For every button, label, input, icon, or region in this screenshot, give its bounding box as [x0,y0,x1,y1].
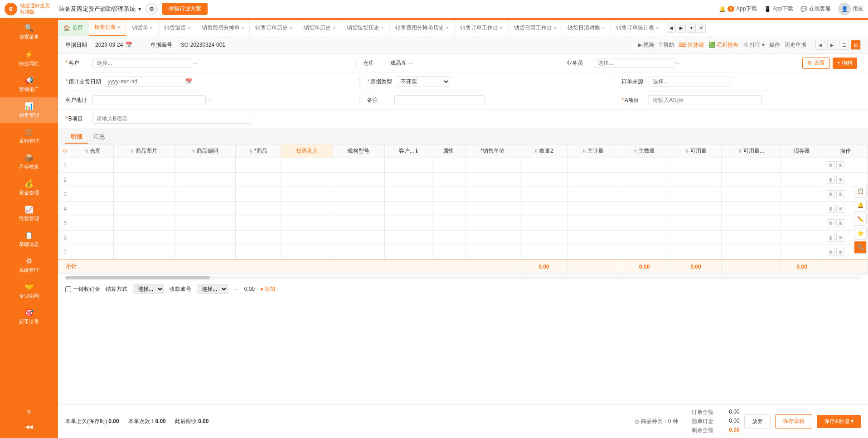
row-1-warehouse[interactable] [72,158,114,173]
row-3-main-qty[interactable] [619,187,670,202]
row-6-available[interactable] [670,231,721,245]
row-6-spec[interactable] [333,231,384,245]
tab-reconcile[interactable]: 钱货日清对账 × [562,20,611,36]
sidebar-item-system[interactable]: ⚙ 系统管理 [0,252,58,278]
sidebar-item-marketing[interactable]: 📢 营销推广 [0,72,58,97]
row-4-copy[interactable]: ⊞ [836,205,844,213]
right-btn-5[interactable]: 🔧 [854,241,867,254]
print-action[interactable]: 🖨 打印 ▾ [743,41,765,49]
sidebar-item-purchase[interactable]: 🛒 采购管理 [0,123,58,149]
sidebar-collapse[interactable]: ◀◀ [4,419,54,434]
table-view-btn[interactable]: ☰ [839,40,849,50]
row-4-attr[interactable] [432,202,465,216]
th-image[interactable]: ⇅ 商品图片 [114,144,175,158]
row-2-main-unit[interactable] [567,173,619,187]
save-draft-button[interactable]: 保存草稿 [775,414,812,428]
sidebar-item-sales[interactable]: 📊 销售管理 [0,97,58,123]
oper-action[interactable]: 操作 [769,41,780,49]
save-new-arrow[interactable]: ▾ [851,418,853,424]
row-1-action[interactable]: 🗑 ⊞ [823,158,868,173]
row-3-available[interactable] [670,187,721,202]
staff-dots[interactable]: ··· [675,59,681,67]
shortcut-action[interactable]: ⌨ 快捷键 [679,41,704,49]
row-6-available2[interactable] [722,231,781,245]
right-btn-3[interactable]: ✏️ [854,213,867,226]
row-1-copy[interactable]: ⊞ [836,161,844,169]
row-1-available2[interactable] [722,158,781,173]
row-2-customer-code[interactable] [385,173,432,187]
row-1-spec[interactable] [333,158,384,173]
th-goods[interactable]: ⇅ *商品 [235,144,281,158]
dropdown-arrow[interactable]: ▾ [138,5,141,12]
tab-sales-order-history[interactable]: 销售订单历史 × [250,20,298,36]
app-download-item[interactable]: 📱 App下载 [764,5,793,13]
row-3-current[interactable] [781,187,823,202]
settings-column-icon[interactable]: ⚙ [62,149,68,154]
tab-sales-return-close[interactable]: × [188,25,190,30]
row-7-warehouse[interactable] [72,245,114,260]
row-3-spec[interactable] [333,187,384,202]
row-6-qty2[interactable] [520,231,567,245]
row-5-main-unit[interactable] [567,216,619,231]
row-3-available2[interactable] [722,187,781,202]
delivery-date-input[interactable] [104,77,185,87]
tab-order-workbench[interactable]: 销售订单工作台 × [455,20,509,36]
list-view-btn[interactable]: ◀ [815,40,825,50]
sidebar-item-collab[interactable]: 🤝 企业协同 [0,278,58,304]
tab-return-history-close[interactable]: × [381,25,384,30]
row-6-current[interactable] [781,231,823,245]
tab-sales-return[interactable]: 销货退货 × [159,20,196,36]
row-6-image[interactable] [114,231,175,245]
row-5-current[interactable] [781,216,823,231]
th-current[interactable]: 现存量 [781,144,823,158]
a-project-input[interactable] [649,95,762,105]
detail-tab-detail[interactable]: 明细 [65,131,88,144]
row-1-current[interactable] [781,158,823,173]
tab-stats[interactable]: 销售订单统计表 × [611,20,664,36]
row-4-goods[interactable] [235,202,281,216]
row-2-warehouse[interactable] [72,173,114,187]
address-dots[interactable]: ··· [206,96,211,104]
tab-sales-bill-history[interactable]: 销货单历史 × [298,20,341,36]
tab-stats-close[interactable]: × [656,25,659,30]
row-4-main-qty[interactable] [619,202,670,216]
row-7-unit[interactable] [465,245,520,260]
row-3-unit[interactable] [465,187,520,202]
history-action[interactable]: 历史单据 [785,41,806,49]
tab-expense-history[interactable]: 销售费用分摊单历史 × [390,20,455,36]
tab-sales-bill[interactable]: 销货单 × [126,20,159,36]
row-2-attr[interactable] [432,173,465,187]
row-1-goods[interactable] [235,158,281,173]
row-1-qty2[interactable] [520,158,567,173]
row-4-qty2[interactable] [520,202,567,216]
row-3-customer-code[interactable] [385,187,432,202]
tab-expense-history-close[interactable]: × [446,25,449,30]
row-6-delete[interactable]: 🗑 [827,234,835,242]
row-5-warehouse[interactable] [72,216,114,231]
online-service-item[interactable]: 💬 在线客服 [800,5,831,13]
account-dots[interactable]: ··· [233,285,239,293]
tabs-close-all[interactable]: ✕ [697,24,706,33]
th-spec[interactable]: 规格型号 [333,144,384,158]
row-1-code[interactable] [175,158,235,173]
row-3-qty2[interactable] [520,187,567,202]
customer-input[interactable] [92,58,192,68]
row-1-unit[interactable] [465,158,520,173]
invoice-type-select[interactable]: 不开票 增值税普通发票 增值税专用发票 [395,76,450,87]
row-2-spec[interactable] [333,173,384,187]
row-6-warehouse[interactable] [72,231,114,245]
row-2-available[interactable] [670,173,721,187]
grid-view-btn[interactable]: ▶ [827,40,837,50]
tab-sales-bill-close[interactable]: × [150,25,153,30]
row-4-available[interactable] [670,202,721,216]
tab-home[interactable]: 🏠 首页 [58,20,89,36]
add-footer-btn[interactable]: ● 添加 [260,285,275,293]
sidebar-settings[interactable]: ⚙ [4,404,54,419]
row-4-scan[interactable] [281,202,333,216]
row-6-unit[interactable] [465,231,520,245]
tab-daily-clear-close[interactable]: × [554,25,557,30]
sidebar-item-basic[interactable]: 📋 基础信息 [0,226,58,252]
right-btn-4[interactable]: ⭐ [854,227,867,240]
row-6-copy[interactable]: ⊞ [836,234,844,242]
row-6-main-unit[interactable] [567,231,619,245]
